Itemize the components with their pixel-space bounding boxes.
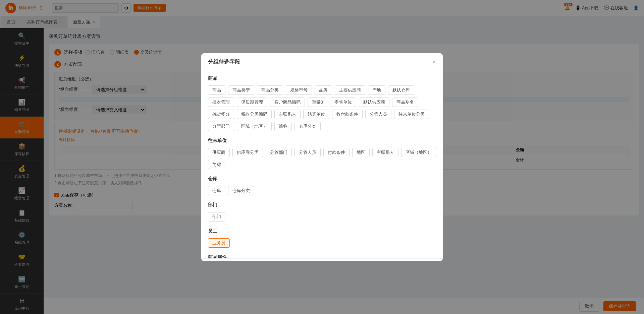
field-tag[interactable]: 仓库 [208, 186, 225, 195]
field-tag[interactable]: 默认仓库 [388, 85, 414, 95]
field-tag[interactable]: 分管部门 [208, 122, 234, 131]
modal-body[interactable]: 商品 商品 商品类型 商品分类 规格型号 品牌 主要供应商 产地 默认仓库 批次… [201, 70, 443, 258]
field-group-dept: 部门 部门 [208, 202, 436, 222]
field-tag[interactable]: 主联系人 [274, 110, 301, 119]
product-fields: 商品 商品类型 商品分类 规格型号 品牌 主要供应商 产地 默认仓库 批次管理 … [208, 85, 436, 131]
field-tag[interactable]: 税收分类编码 [237, 110, 272, 119]
field-tag[interactable]: 客户商品编码 [270, 98, 305, 107]
field-group-dept-title: 部门 [208, 202, 436, 208]
field-tag[interactable]: 批次管理 [208, 98, 234, 107]
field-tag[interactable]: 分管部门 [266, 148, 292, 157]
field-tag[interactable]: 结算单位 [303, 110, 329, 119]
dept-fields: 部门 [208, 212, 436, 222]
field-tag[interactable]: 供应商 [208, 148, 230, 157]
staff-fields: 业务员 [208, 238, 436, 248]
field-tag[interactable]: 主联系人 [372, 148, 398, 157]
field-group-counterparty-title: 往来单位 [208, 138, 436, 144]
field-tag[interactable]: 分管人员 [294, 148, 321, 157]
field-tag[interactable]: 收付款条件 [332, 110, 363, 119]
modal-hscroll[interactable] [201, 258, 443, 261]
field-tag[interactable]: 往来单位分类 [394, 110, 429, 119]
field-tag[interactable]: 付款条件 [323, 148, 350, 157]
field-group-product-attr: 商品属性 属性 颜色 多规格 尺码 鞋码 1 [208, 254, 436, 258]
field-group-product: 商品 商品 商品类型 商品分类 规格型号 品牌 主要供应商 产地 默认仓库 批次… [208, 75, 436, 131]
field-tag[interactable]: 零售单位 [330, 98, 356, 107]
field-group-product-attr-title: 商品属性 [208, 254, 436, 258]
field-tag[interactable]: 简称 [274, 122, 292, 131]
field-tag[interactable]: 仓库分类 [228, 186, 254, 195]
field-tag[interactable]: 商品分类 [257, 85, 283, 95]
field-group-product-title: 商品 [208, 75, 436, 81]
counterparty-fields: 供应商 供应商分类 分管部门 分管人员 付款条件 地区 主联系人 区域（地区） … [208, 148, 436, 169]
modal-header: 分组待选字段 × [201, 53, 443, 70]
field-tag[interactable]: 商品类型 [228, 85, 254, 95]
field-tag[interactable]: 产地 [368, 85, 385, 95]
modal-title: 分组待选字段 [208, 59, 240, 66]
field-tag[interactable]: 简称 [208, 160, 225, 169]
field-tag[interactable]: 地区 [352, 148, 370, 157]
field-group-warehouse: 仓库 仓库 仓库分类 [208, 176, 436, 195]
modal-close-button[interactable]: × [432, 59, 436, 66]
field-tag[interactable]: 默认供应商 [359, 98, 389, 107]
field-tag-staff-salesperson[interactable]: 业务员 [208, 238, 230, 248]
field-tag[interactable]: 区域（地区） [237, 122, 272, 131]
field-tag[interactable]: 区域（地区） [401, 148, 436, 157]
field-tag[interactable]: 分管人员 [365, 110, 391, 119]
field-tag[interactable]: 主要供应商 [335, 85, 365, 95]
field-tag[interactable]: 保质期管理 [237, 98, 267, 107]
field-tag[interactable]: 规格型号 [286, 85, 312, 95]
field-group-counterparty: 往来单位 供应商 供应商分类 分管部门 分管人员 付款条件 地区 主联系人 区域… [208, 138, 436, 169]
field-tag[interactable]: 拣货积分 [208, 110, 234, 119]
field-tag[interactable]: 仓库分类 [294, 122, 321, 131]
field-tag[interactable]: 部门 [208, 212, 225, 222]
field-tag[interactable]: 品牌 [315, 85, 332, 95]
field-group-staff-title: 员工 [208, 228, 436, 234]
modal: 分组待选字段 × 商品 商品 商品类型 商品分类 规格型号 品牌 主要供应商 产… [201, 53, 443, 261]
modal-overlay: 分组待选字段 × 商品 商品 商品类型 商品分类 规格型号 品牌 主要供应商 产… [0, 0, 644, 314]
warehouse-fields: 仓库 仓库分类 [208, 186, 436, 195]
field-tag[interactable]: 供应商分类 [232, 148, 263, 157]
field-tag[interactable]: 商品别名 [392, 98, 418, 107]
field-group-staff: 员工 业务员 [208, 228, 436, 248]
field-tag[interactable]: 重量3 [308, 98, 327, 107]
field-group-warehouse-title: 仓库 [208, 176, 436, 182]
field-tag[interactable]: 商品 [208, 85, 225, 95]
